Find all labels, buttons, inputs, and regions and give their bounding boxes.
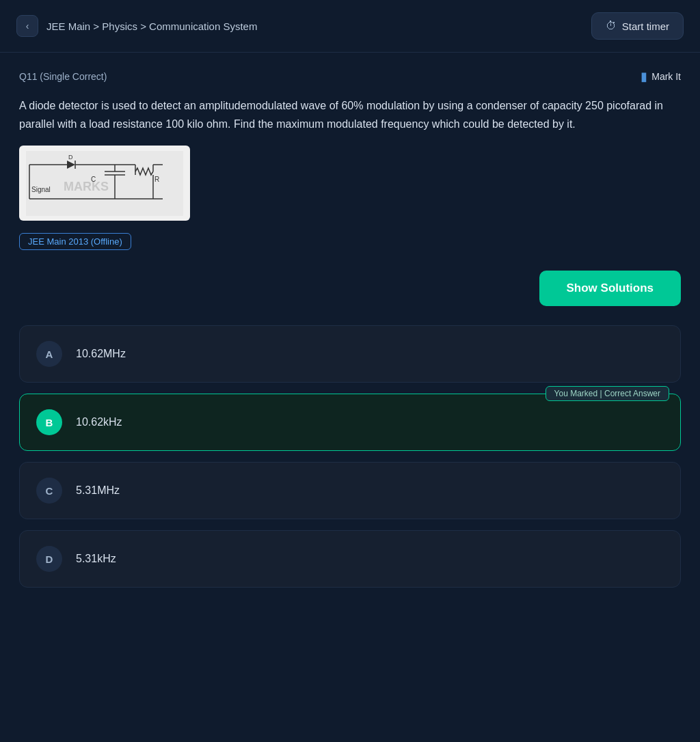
options-list: A10.62MHzYou Marked | Correct AnswerB10.… — [19, 325, 681, 588]
question-label: Q11 (Single Correct) — [19, 71, 107, 82]
option-text-b: 10.62kHz — [76, 416, 122, 428]
svg-text:MARKS: MARKS — [64, 180, 109, 193]
svg-text:Signal: Signal — [31, 186, 51, 193]
chevron-left-icon: ‹ — [26, 20, 29, 31]
show-solutions-button[interactable]: Show Solutions — [539, 271, 682, 306]
option-item-d[interactable]: D5.31kHz — [19, 530, 681, 588]
option-circle-a: A — [36, 341, 62, 367]
mark-it-button[interactable]: ▮ Mark It — [641, 69, 681, 84]
option-text-c: 5.31MHz — [76, 484, 120, 497]
back-button[interactable]: ‹ — [16, 15, 38, 37]
solutions-row: Show Solutions — [19, 271, 681, 306]
option-item-c[interactable]: C5.31MHz — [19, 462, 681, 519]
timer-icon: ⏱ — [606, 20, 617, 32]
bookmark-icon: ▮ — [641, 69, 647, 84]
question-text: A diode detector is used to detect an am… — [19, 96, 681, 133]
start-timer-button[interactable]: ⏱ Start timer — [591, 12, 684, 40]
svg-text:R: R — [154, 176, 159, 183]
svg-text:D: D — [68, 154, 73, 161]
circuit-diagram: Signal D C — [19, 146, 190, 221]
header: ‹ JEE Main > Physics > Communication Sys… — [0, 0, 700, 53]
option-item-a[interactable]: A10.62MHz — [19, 325, 681, 383]
exam-tag: JEE Main 2013 (Offline) — [19, 233, 131, 250]
header-left: ‹ JEE Main > Physics > Communication Sys… — [16, 15, 257, 37]
correct-badge: You Marked | Correct Answer — [546, 386, 669, 401]
option-circle-d: D — [36, 546, 62, 572]
option-item-b[interactable]: You Marked | Correct AnswerB10.62kHz — [19, 394, 681, 451]
mark-it-label: Mark It — [651, 71, 681, 82]
option-circle-b: B — [36, 409, 62, 435]
timer-label: Start timer — [622, 20, 669, 32]
option-text-d: 5.31kHz — [76, 553, 116, 565]
option-circle-c: C — [36, 478, 62, 504]
option-text-a: 10.62MHz — [76, 348, 126, 360]
question-meta: Q11 (Single Correct) ▮ Mark It — [19, 69, 681, 84]
content-area: Q11 (Single Correct) ▮ Mark It A diode d… — [0, 53, 700, 604]
breadcrumb: JEE Main > Physics > Communication Syste… — [46, 20, 257, 32]
